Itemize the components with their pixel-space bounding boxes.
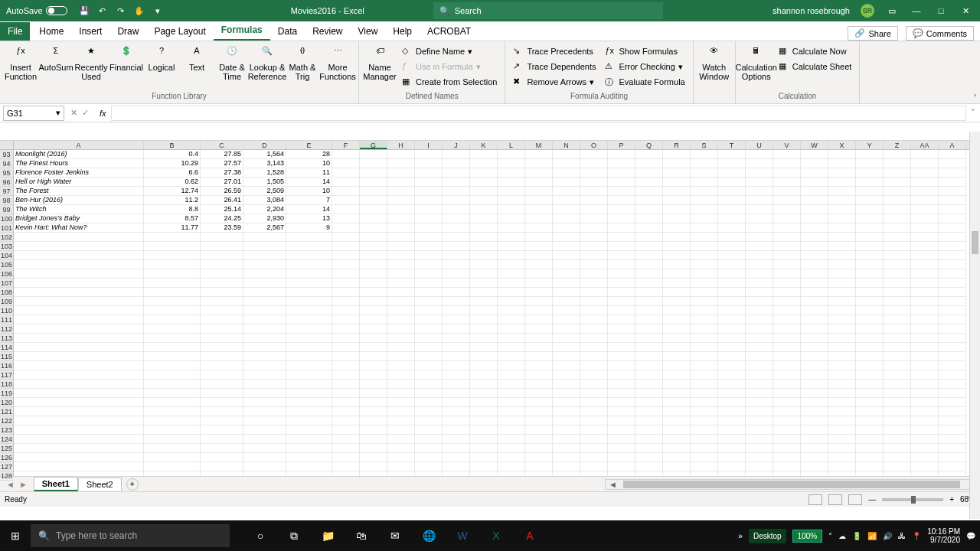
row-header[interactable]: 100 [0,214,13,223]
col-header-C[interactable]: C [201,141,243,149]
magnifier-zoom[interactable]: 100% [792,530,823,543]
row-header[interactable]: 115 [0,352,13,361]
user-name[interactable]: shannon rosebrough [773,6,850,15]
tab-review[interactable]: Review [305,22,350,41]
trace-precedents-button[interactable]: ↘Trace Precedents [510,44,599,58]
tab-page-layout[interactable]: Page Layout [146,22,213,41]
row-header[interactable]: 113 [0,334,13,343]
col-header-K[interactable]: K [470,141,498,149]
overflow-icon[interactable]: » [738,532,743,540]
col-header-G[interactable]: G [360,141,387,149]
fx-icon[interactable]: fx [95,109,111,118]
tab-home[interactable]: Home [31,22,71,41]
row-header[interactable]: 111 [0,315,13,324]
task-view-icon[interactable]: ⧉ [279,520,309,551]
col-header-U[interactable]: U [746,141,773,149]
tray-up-icon[interactable]: ˄ [828,532,832,540]
tab-insert[interactable]: Insert [71,22,109,41]
add-sheet-button[interactable]: + [126,478,139,491]
zoom-slider[interactable] [882,498,943,501]
col-header-S[interactable]: S [691,141,718,149]
tab-draw[interactable]: Draw [109,22,146,41]
network-icon[interactable]: 🖧 [898,532,906,540]
col-header-A[interactable]: A [14,141,144,149]
define-name-button[interactable]: ◇Define Name ▾ [399,44,500,58]
col-header-Y[interactable]: Y [856,141,884,149]
calculation-options-button[interactable]: 🖩Calculation Options [740,43,773,81]
evaluate-formula-button[interactable]: ⓘEvaluate Formula [602,75,688,89]
col-header-X[interactable]: X [828,141,856,149]
page-break-view-button[interactable] [848,494,862,505]
cortana-icon[interactable]: ○ [245,520,276,551]
remove-arrows-button[interactable]: ✖Remove Arrows ▾ [510,75,599,89]
undo-icon[interactable]: ↶ [96,5,109,17]
row-header[interactable]: 105 [0,260,13,269]
tab-formulas[interactable]: Formulas [214,21,270,41]
calculate-now-button[interactable]: ▦Calculate Now [776,44,855,58]
vertical-scrollbar[interactable] [969,132,980,519]
row-header[interactable]: 123 [0,425,13,435]
redo-icon[interactable]: ↷ [115,5,127,17]
row-header[interactable]: 93 [0,150,13,159]
col-header-J[interactable]: J [443,141,470,149]
maximize-icon[interactable]: □ [934,6,948,15]
search-box[interactable]: 🔍 Search [433,2,663,19]
watch-window-button[interactable]: 👁Watch Window [698,43,730,81]
tab-file[interactable]: File [0,22,30,41]
row-header[interactable]: 98 [0,196,13,205]
edge-icon[interactable]: 🌐 [413,520,444,551]
autosave-toggle[interactable]: AutoSave [0,6,74,15]
row-header[interactable]: 99 [0,205,13,214]
avatar[interactable]: SR [861,4,874,18]
sheet-tab-2[interactable]: Sheet2 [78,478,122,491]
col-header-H[interactable]: H [387,141,415,149]
qat-dropdown-icon[interactable]: ▾ [152,5,164,17]
row-header[interactable]: 126 [0,453,13,462]
zoom-out-button[interactable]: — [868,495,876,504]
more-functions-button[interactable]: ⋯More Functions [322,43,354,81]
battery-icon[interactable]: 🔋 [852,532,861,540]
tab-view[interactable]: View [351,22,386,41]
word-icon[interactable]: W [447,520,478,551]
text-button[interactable]: AText [181,43,213,72]
row-header[interactable]: 106 [0,269,13,279]
col-header-W[interactable]: W [801,141,828,149]
financial-button[interactable]: 💲Financial [110,43,142,72]
row-header[interactable]: 127 [0,462,13,471]
expand-formula-bar-icon[interactable]: ˅ [966,108,980,118]
start-button[interactable]: ⊞ [0,530,31,542]
excel-icon[interactable]: X [481,520,511,551]
row-header[interactable]: 122 [0,416,13,425]
error-checking-button[interactable]: ⚠Error Checking ▾ [602,60,688,73]
row-header[interactable]: 110 [0,306,13,315]
col-header-A[interactable]: A [939,141,966,149]
col-header-V[interactable]: V [773,141,801,149]
col-header-N[interactable]: N [553,141,580,149]
row-header[interactable]: 95 [0,168,13,178]
col-header-I[interactable]: I [415,141,443,149]
col-header-AA[interactable]: AA [911,141,939,149]
comments-button[interactable]: 💬 Comments [906,26,974,41]
save-icon[interactable]: 💾 [78,5,90,17]
row-header[interactable]: 107 [0,279,13,288]
row-header[interactable]: 109 [0,297,13,306]
collapse-ribbon-icon[interactable]: ˄ [973,93,977,102]
col-header-P[interactable]: P [608,141,635,149]
notifications-icon[interactable]: 💬 [966,532,975,540]
page-layout-view-button[interactable] [828,494,842,505]
col-header-Q[interactable]: Q [635,141,663,149]
row-header[interactable]: 94 [0,159,13,168]
tab-acrobat[interactable]: ACROBAT [420,22,479,41]
row-header[interactable]: 119 [0,389,13,398]
col-header-F[interactable]: F [332,141,360,149]
taskbar-search[interactable]: 🔍 Type here to search [31,524,230,547]
col-header-E[interactable]: E [286,141,332,149]
col-header-O[interactable]: O [580,141,608,149]
normal-view-button[interactable] [808,494,822,505]
sheet-nav-next-icon[interactable]: ► [19,480,28,489]
enter-icon[interactable]: ✓ [82,108,89,118]
show-formulas-button[interactable]: ƒxShow Formulas [602,44,688,58]
col-header-B[interactable]: B [144,141,201,149]
col-header-L[interactable]: L [498,141,525,149]
logical-button[interactable]: ?Logical [145,43,178,72]
